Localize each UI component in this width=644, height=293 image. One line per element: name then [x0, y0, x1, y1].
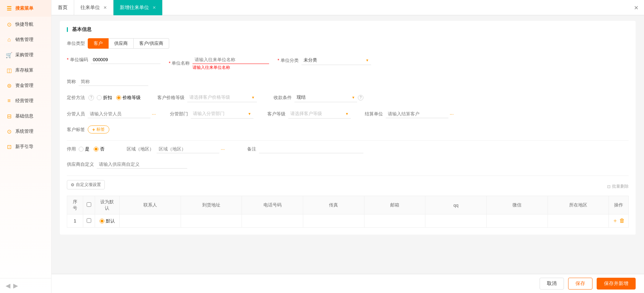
cell-qq[interactable] [425, 214, 487, 228]
customer-price-level-group: 客户价格等级 请选择客户价格等级 ▼ [157, 93, 257, 102]
unit-name-error: 请输入往来单位名称 [193, 65, 269, 71]
batch-delete-label: 批量删除 [612, 184, 629, 189]
row-checkbox[interactable] [87, 218, 91, 223]
save-add-button[interactable]: 保存并新增 [597, 278, 636, 290]
unit-code-label: 单位编码 [67, 57, 88, 63]
payment-terms-arrow: ▼ [352, 96, 355, 99]
region-input[interactable] [157, 145, 219, 153]
department-select[interactable]: 请输入分管部门 ▼ [191, 109, 253, 119]
remark-input[interactable] [259, 145, 363, 153]
unit-name-group: 单位名称 请输入往来单位名称 [169, 56, 269, 71]
qq-input[interactable] [429, 218, 483, 223]
customer-level-label: 客户等级 [267, 111, 285, 117]
customer-level-arrow: ▼ [345, 112, 349, 116]
pricing-radio-level[interactable]: 价格等级 [116, 95, 141, 101]
tab-home[interactable]: 首页 [52, 0, 74, 15]
pricing-help-icon[interactable]: ? [88, 95, 94, 100]
disabled-radio-yes[interactable]: 是 [79, 146, 89, 152]
manager-input[interactable] [88, 110, 150, 118]
manager-group: 分管人员 ··· [67, 110, 156, 118]
disabled-group: 停用 是 否 [67, 146, 104, 152]
cell-location[interactable] [548, 214, 609, 228]
cell-checkbox [83, 214, 95, 228]
wechat-input[interactable] [490, 218, 544, 223]
th-seq: 序号 [67, 196, 83, 214]
customer-price-level-placeholder: 请选择客户价格等级 [189, 94, 250, 100]
unit-code-input[interactable] [91, 56, 160, 64]
region-more-btn[interactable]: ··· [221, 146, 225, 152]
add-row-btn[interactable]: ＋ [612, 217, 618, 225]
payment-terms-value: 现结 [297, 94, 350, 100]
contact-input[interactable] [123, 218, 177, 223]
location-input[interactable] [551, 218, 605, 223]
tab-partners-close[interactable]: ✕ [103, 5, 107, 10]
customer-level-select[interactable]: 请选择客户等级 ▼ [288, 109, 351, 119]
sidebar-item-purchase[interactable]: 🛒 采购管理 [0, 47, 51, 63]
customer-price-level-label: 客户价格等级 [157, 95, 184, 101]
settlement-unit-input[interactable] [386, 110, 448, 118]
pricing-radio-level-circle [116, 95, 121, 100]
plus-icon: + [92, 127, 95, 132]
unit-btn-both[interactable]: 客户/供应商 [134, 38, 169, 49]
sidebar-item-label: 资金管理 [15, 82, 33, 89]
pricing-radio-discount[interactable]: 折扣 [97, 95, 112, 101]
select-all-checkbox[interactable] [87, 202, 91, 207]
sidebar-item-quick-nav[interactable]: ⊙ 快捷导航 [0, 17, 51, 32]
tab-partners[interactable]: 往来单位 ✕ [74, 0, 113, 15]
section-title: 基本信息 [67, 26, 629, 33]
email-input[interactable] [368, 218, 422, 223]
sidebar-item-label: 系统管理 [15, 128, 33, 135]
disabled-radio-no[interactable]: 否 [94, 146, 104, 152]
cell-email[interactable] [364, 214, 425, 228]
cell-fax[interactable] [303, 214, 364, 228]
th-wechat: 微信 [487, 196, 548, 214]
save-button[interactable]: 保存 [568, 278, 592, 290]
sidebar-item-system[interactable]: ⊙ 系统管理 [0, 124, 51, 139]
sidebar-item-search[interactable]: ☰ 搜索菜单 [0, 0, 51, 17]
supplier-custom-input[interactable] [97, 160, 187, 169]
sidebar-item-base[interactable]: ⊟ 基础信息 [0, 108, 51, 124]
custom-settings-button[interactable]: ⚙ 自定义项设置 [67, 180, 105, 189]
tab-new-partner-close[interactable]: ✕ [152, 5, 156, 10]
cell-address[interactable] [181, 214, 242, 228]
address-input[interactable] [184, 218, 238, 223]
disabled-radio-group: 是 否 [79, 146, 104, 152]
sidebar-item-finance[interactable]: ⊜ 资金管理 [0, 78, 51, 93]
sidebar-collapse-icon[interactable]: ◀ [6, 282, 10, 290]
unit-category-select[interactable]: 未分类 ▼ [301, 56, 371, 65]
sidebar-expand-icon[interactable]: ▶ [13, 282, 18, 290]
sidebar-item-operations[interactable]: ≡ 经营管理 [0, 93, 51, 108]
cell-phone[interactable] [242, 214, 303, 228]
sidebar-item-inventory[interactable]: ◫ 库存核算 [0, 63, 51, 78]
tab-bar-close-btn[interactable]: ✕ [634, 4, 638, 11]
sidebar-item-sales[interactable]: ⌂ 销售管理 [0, 32, 51, 47]
short-name-input[interactable] [79, 78, 148, 86]
guide-icon: ⊡ [6, 143, 13, 150]
disabled-region-row: 停用 是 否 区域（地区） ··· [67, 145, 629, 155]
cell-contact[interactable] [120, 214, 181, 228]
manager-more-btn[interactable]: ··· [152, 111, 156, 117]
payment-terms-select[interactable]: 现结 ▼ [294, 93, 357, 102]
unit-name-input[interactable] [193, 56, 269, 64]
settlement-unit-more-btn[interactable]: ··· [450, 111, 454, 117]
supplier-custom-label: 供应商自定义 [67, 161, 94, 168]
divider2 [67, 176, 629, 176]
tag-btn-label: 标签 [96, 127, 105, 132]
fax-input[interactable] [307, 218, 361, 223]
tab-new-partner[interactable]: 新增往来单位 ✕ [113, 0, 163, 15]
unit-btn-supplier[interactable]: 供应商 [109, 38, 134, 49]
customer-price-level-select[interactable]: 请选择客户价格等级 ▼ [187, 93, 257, 102]
unit-btn-customer[interactable]: 客户 [88, 38, 109, 49]
table-header-row: 序号 设为默认 联系人 到货地址 电话号码 传真 邮箱 qq 微信 所在地区 操… [67, 196, 629, 214]
sidebar-item-guide[interactable]: ⊡ 新手引导 [0, 139, 51, 154]
delete-row-btn[interactable]: 🗑 [619, 218, 625, 224]
payment-terms-help-icon[interactable]: ? [358, 95, 363, 100]
cell-wechat[interactable] [487, 214, 548, 228]
customer-level-placeholder: 请选择客户等级 [290, 111, 344, 117]
add-tag-button[interactable]: + 标签 [88, 125, 109, 133]
department-placeholder: 请输入分管部门 [193, 111, 246, 117]
cancel-button[interactable]: 取消 [540, 278, 564, 290]
batch-delete-btn[interactable]: ⊡ 批量删除 [607, 184, 629, 189]
phone-input[interactable] [245, 218, 299, 223]
default-radio[interactable]: 默认 [99, 218, 116, 224]
